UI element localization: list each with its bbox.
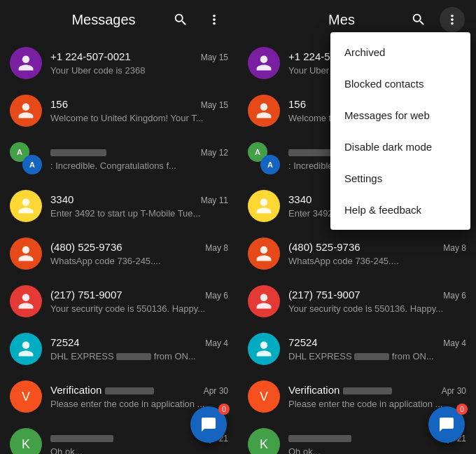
right-panel: Mes +1 224-507-0021May 15Your Uber code …	[238, 0, 476, 454]
left-badge: 0	[218, 404, 230, 415]
list-item[interactable]: +1 224-507-0021May 15Your Uber code is 2…	[0, 39, 238, 87]
dropdown-menu: ArchivedBlocked contactsMessages for web…	[330, 32, 470, 230]
list-item[interactable]: 156May 15Welcome to United Kingdom! Your…	[0, 87, 238, 135]
message-preview: DHL EXPRESS from ON...	[288, 351, 434, 362]
avatar: K	[10, 428, 42, 454]
message-preview: Oh ok...	[50, 446, 83, 455]
message-preview: Your Uber code is 2368	[50, 65, 145, 76]
message-name: 72524	[288, 336, 318, 348]
right-compose-button[interactable]: 0	[428, 406, 465, 443]
message-date: May 8	[205, 243, 228, 253]
dropdown-item-blocked[interactable]: Blocked contacts	[330, 68, 470, 99]
message-date: May 4	[205, 338, 228, 348]
message-date: May 12	[201, 148, 228, 158]
message-content: (480) 525-9736May 8WhatsApp code 736-245…	[288, 241, 466, 267]
avatar: K	[248, 428, 280, 454]
left-more-button[interactable]	[202, 7, 227, 32]
list-item[interactable]: (480) 525-9736May 8WhatsApp code 736-245…	[238, 230, 476, 277]
message-header: 72524May 4	[50, 336, 228, 348]
dropdown-item-help[interactable]: Help & feedback	[330, 194, 470, 226]
message-header: (217) 751-9007May 6	[288, 289, 466, 301]
message-preview: Oh ok...	[288, 446, 321, 455]
message-content: 156May 15Welcome to United Kingdom! Your…	[50, 98, 228, 124]
dropdown-item-archived[interactable]: Archived	[330, 36, 470, 68]
message-preview: Welcome to United Kingdom! Your T...	[50, 113, 203, 123]
message-name	[50, 432, 113, 443]
list-item[interactable]: 72524May 4DHL EXPRESS from ON...	[238, 325, 476, 373]
avatar	[10, 333, 42, 365]
list-item[interactable]: 3340May 11Enter 3492 to start up T-Mobil…	[0, 182, 238, 230]
left-app-title: Messages	[39, 12, 168, 28]
message-name	[288, 432, 351, 443]
left-search-button[interactable]	[168, 7, 193, 32]
list-item[interactable]: (480) 525-9736May 8WhatsApp code 736-245…	[0, 230, 238, 277]
avatar	[248, 190, 280, 222]
message-preview: Your security code is 550136. Happy...	[288, 303, 443, 314]
avatar-group: AA	[248, 142, 280, 174]
left-messages-list: +1 224-507-0021May 15Your Uber code is 2…	[0, 39, 238, 454]
message-name: (480) 525-9736	[50, 241, 122, 253]
message-header: May 12	[50, 146, 228, 158]
right-more-button[interactable]	[440, 7, 465, 32]
message-content: May 12: Incredible. Congratulations f...	[50, 146, 228, 172]
dropdown-item-web[interactable]: Messages for web	[330, 99, 470, 131]
message-name: 156	[50, 98, 68, 110]
message-preview: Please enter the code in application ...	[50, 399, 204, 409]
message-preview: WhatsApp code 736-245....	[288, 256, 399, 266]
right-search-button[interactable]	[406, 7, 431, 32]
message-name: (480) 525-9736	[288, 241, 360, 253]
message-name: 72524	[50, 336, 80, 348]
message-content: 72524May 4DHL EXPRESS from ON...	[288, 336, 466, 362]
message-name: (217) 751-9007	[50, 289, 122, 301]
list-item[interactable]: 72524May 4DHL EXPRESS from ON...	[0, 325, 238, 373]
message-content: (217) 751-9007May 6Your security code is…	[288, 289, 466, 315]
message-preview: WhatsApp code 736-245....	[50, 256, 161, 266]
avatar	[10, 238, 42, 270]
avatar	[10, 47, 42, 79]
message-date: May 6	[205, 291, 228, 301]
left-toolbar-icons	[168, 7, 227, 32]
message-preview: : Incredible. Congratulations f...	[50, 160, 176, 171]
message-header: Verification Apr 30	[50, 384, 228, 396]
message-date: Apr 30	[442, 386, 466, 396]
list-item[interactable]: (217) 751-9007May 6Your security code is…	[0, 277, 238, 325]
avatar	[248, 47, 280, 79]
right-app-title: Mes	[277, 12, 406, 28]
dropdown-item-darkmode[interactable]: Disable dark mode	[330, 131, 470, 163]
message-header: (217) 751-9007May 6	[50, 289, 228, 301]
message-content: (480) 525-9736May 8WhatsApp code 736-245…	[50, 241, 228, 267]
list-item[interactable]: (217) 751-9007May 6Your security code is…	[238, 277, 476, 325]
message-header: 72524May 4	[288, 336, 466, 348]
message-name	[50, 146, 106, 158]
message-content: 3340May 11Enter 3492 to start up T-Mobil…	[50, 193, 228, 219]
message-name: Verification	[288, 384, 392, 396]
message-name: +1 224-507-0021	[50, 50, 131, 62]
avatar	[248, 333, 280, 365]
message-header: 156May 15	[50, 98, 228, 110]
list-item[interactable]: AAMay 12: Incredible. Congratulations f.…	[0, 135, 238, 182]
message-date: May 8	[443, 243, 466, 253]
left-compose-button[interactable]: 0	[190, 406, 227, 443]
message-date: May 11	[201, 195, 228, 205]
message-date: May 15	[201, 100, 228, 110]
avatar	[10, 190, 42, 222]
message-preview: Please enter the code in application ...	[288, 399, 442, 409]
left-toolbar: Messages	[0, 0, 238, 39]
avatar-group: AA	[10, 142, 42, 174]
message-name: Verification	[50, 384, 154, 396]
avatar: V	[10, 380, 42, 413]
message-preview: DHL EXPRESS from ON...	[50, 351, 196, 362]
left-panel: Messages +1 224-507-0021May 15Your Uber …	[0, 0, 238, 454]
message-date: May 15	[201, 53, 228, 62]
dropdown-item-settings[interactable]: Settings	[330, 163, 470, 194]
message-content: Verification Apr 30Please enter the code…	[50, 384, 228, 410]
message-date: May 6	[443, 291, 466, 301]
right-toolbar-icons	[406, 7, 465, 32]
avatar	[248, 95, 280, 127]
message-header: (480) 525-9736May 8	[288, 241, 466, 253]
avatar	[248, 285, 280, 317]
message-content: 72524May 4DHL EXPRESS from ON...	[50, 336, 228, 362]
avatar	[248, 238, 280, 270]
message-preview: Your security code is 550136. Happy...	[50, 303, 205, 314]
message-name: 156	[288, 98, 306, 110]
